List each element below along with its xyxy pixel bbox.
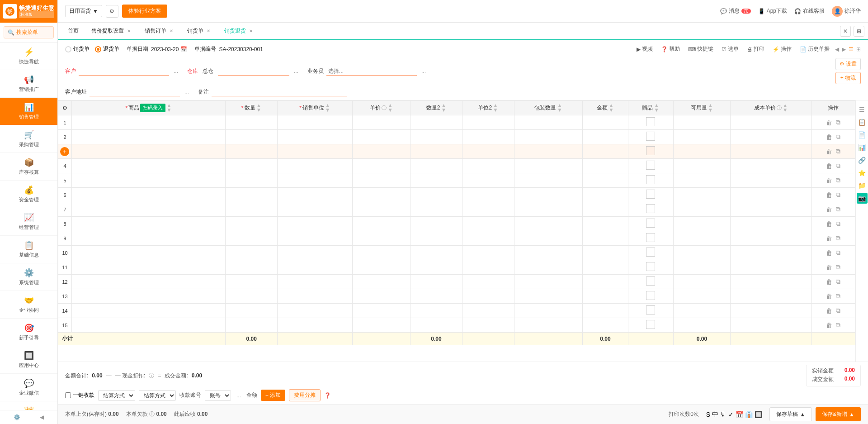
row-15-delete-button[interactable]: 🗑: [825, 320, 833, 330]
row-11-copy-button[interactable]: ⧉: [835, 262, 841, 272]
row-1-cost-price[interactable]: [731, 115, 812, 130]
row-9-delete-button[interactable]: 🗑: [825, 233, 833, 243]
sidebar-item-basic[interactable]: 📋 基础信息: [0, 236, 57, 263]
next-record-icon[interactable]: ▶: [842, 46, 846, 52]
print-button[interactable]: 🖨 打印: [744, 44, 767, 54]
row-6-gift-checkbox[interactable]: [646, 190, 655, 199]
row-3-product-input[interactable]: [74, 148, 223, 155]
row-3-unit2[interactable]: [462, 144, 514, 159]
footer-icon-3[interactable]: 🎙: [720, 411, 726, 418]
row-5-gift-checkbox[interactable]: [646, 175, 655, 184]
address-input[interactable]: [90, 88, 180, 96]
breadcrumb-selector[interactable]: 日用百货 ▼: [65, 5, 102, 17]
address-ellipsis[interactable]: ...: [183, 89, 191, 95]
add-payment-button[interactable]: + 添加: [261, 390, 285, 401]
operate-button[interactable]: ⚡ 操作: [770, 44, 794, 54]
save-draft-button[interactable]: 保存草稿 ▲: [769, 407, 812, 421]
row-2-gift-checkbox[interactable]: [646, 132, 655, 141]
save-new-button[interactable]: 保存&新增 ▲: [816, 407, 861, 421]
tab-sales-out-close[interactable]: ✕: [205, 28, 212, 34]
row-4-gift-checkbox[interactable]: [646, 161, 655, 170]
list-view-icon[interactable]: ☰: [849, 46, 854, 52]
close-tab-button[interactable]: ✕: [840, 26, 851, 37]
row-1-sales-unit[interactable]: [277, 115, 352, 130]
detail-view-icon[interactable]: ⊞: [856, 46, 861, 52]
account-ellipsis[interactable]: ...: [235, 392, 243, 399]
row-9-gift-checkbox[interactable]: [646, 233, 655, 242]
staff-ellipsis[interactable]: ...: [420, 68, 428, 74]
payment-checkbox-label[interactable]: 一键收款: [65, 391, 94, 399]
row-1-available[interactable]: [673, 115, 730, 130]
sort-product-icon[interactable]: ▲▼: [166, 104, 172, 112]
tab-sales-order-close[interactable]: ✕: [168, 28, 175, 34]
row-2-unit-price[interactable]: [352, 130, 410, 144]
footer-icon-2[interactable]: 中: [712, 410, 718, 419]
row-1-qty[interactable]: [226, 115, 278, 130]
footer-icon-6[interactable]: 👔: [745, 411, 753, 418]
row-13-delete-button[interactable]: 🗑: [825, 291, 833, 301]
split-info-icon[interactable]: ❓: [324, 392, 331, 399]
sort-amount-icon[interactable]: ▲▼: [609, 104, 614, 112]
row-6-delete-button[interactable]: 🗑: [825, 190, 833, 200]
unit-price-info-icon[interactable]: ⓘ: [382, 105, 387, 111]
row-2-unit2[interactable]: [462, 130, 514, 144]
row-2-available[interactable]: [673, 130, 730, 144]
row-3-gift[interactable]: [628, 144, 673, 159]
row-5-delete-button[interactable]: 🗑: [825, 176, 833, 185]
row-1-delete-button[interactable]: 🗑: [825, 118, 833, 127]
row-10-copy-button[interactable]: ⧉: [835, 248, 841, 257]
sort-qty-icon[interactable]: ▲▼: [256, 104, 262, 112]
right-btn-1[interactable]: ☰: [857, 104, 868, 115]
row-1-unit2[interactable]: [462, 115, 514, 130]
app-download-button[interactable]: 📱 App下载: [758, 7, 787, 15]
right-btn-7[interactable]: 📁: [857, 180, 868, 191]
row-11-gift-checkbox[interactable]: [646, 262, 655, 271]
shortcuts-button[interactable]: ⌨ 快捷键: [685, 44, 716, 54]
row-3-sales-unit[interactable]: [277, 144, 352, 159]
scan-button[interactable]: 扫码录入: [140, 104, 165, 112]
date-selector[interactable]: 2023-03-20 📅: [151, 46, 187, 52]
customer-input[interactable]: [79, 67, 169, 76]
sort-unit2-icon[interactable]: ▲▼: [493, 104, 498, 112]
row-10-gift-checkbox[interactable]: [646, 248, 655, 257]
row-3-qty2[interactable]: [410, 144, 462, 159]
row-12-copy-button[interactable]: ⧉: [835, 277, 841, 286]
row-1-pkg-qty[interactable]: [514, 115, 583, 130]
row-3-qty[interactable]: [226, 144, 278, 159]
sidebar-item-purchase[interactable]: 🛒 采购管理: [0, 125, 57, 153]
row-14-gift-checkbox[interactable]: [646, 305, 655, 314]
row-11-delete-button[interactable]: 🗑: [825, 262, 833, 272]
row-2-delete-button[interactable]: 🗑: [825, 132, 833, 142]
right-btn-3[interactable]: 📄: [857, 129, 868, 140]
payment-checkbox[interactable]: [65, 392, 71, 398]
row-3-available[interactable]: [673, 144, 730, 159]
row-9-copy-button[interactable]: ⧉: [835, 233, 841, 243]
sidebar-item-wechat[interactable]: 💬 企业微信: [0, 374, 57, 401]
row-2-pkg-qty[interactable]: [514, 130, 583, 144]
row-2-sales-unit[interactable]: [277, 130, 352, 144]
row-14-delete-button[interactable]: 🗑: [825, 306, 833, 315]
split-button[interactable]: 费用分摊: [289, 389, 321, 401]
row-3-delete-button[interactable]: 🗑: [825, 147, 833, 156]
settings-bottom-icon[interactable]: ⚙️: [14, 414, 20, 420]
row-1-gift[interactable]: [628, 115, 673, 130]
row-7-gift-checkbox[interactable]: [646, 204, 655, 213]
sort-cost-price-icon[interactable]: ▲▼: [783, 104, 788, 112]
row-2-amount[interactable]: [583, 130, 628, 144]
row-12-gift-checkbox[interactable]: [646, 276, 655, 286]
row-14-copy-button[interactable]: ⧉: [835, 306, 841, 315]
add-row-button[interactable]: +: [60, 147, 69, 156]
staff-input[interactable]: [326, 67, 417, 76]
sort-qty2-icon[interactable]: ▲▼: [441, 104, 446, 112]
sidebar-item-inventory[interactable]: 📦 库存核算: [0, 153, 57, 181]
row-1-gift-checkbox[interactable]: [646, 117, 655, 126]
tab-sales-out[interactable]: 销货单 ✕: [181, 23, 218, 40]
customer-ellipsis[interactable]: ...: [172, 68, 180, 74]
cost-price-info-icon[interactable]: ⓘ: [777, 105, 782, 111]
sidebar-item-finance[interactable]: 💰 资金管理: [0, 181, 57, 208]
sort-pkg-qty-icon[interactable]: ▲▼: [557, 104, 562, 112]
radio-sales-out[interactable]: 销货单: [65, 45, 90, 53]
row-1-amount[interactable]: [583, 115, 628, 130]
calc-method-select[interactable]: 结算方式: [98, 390, 135, 401]
row-3-unit-price[interactable]: [352, 144, 410, 159]
